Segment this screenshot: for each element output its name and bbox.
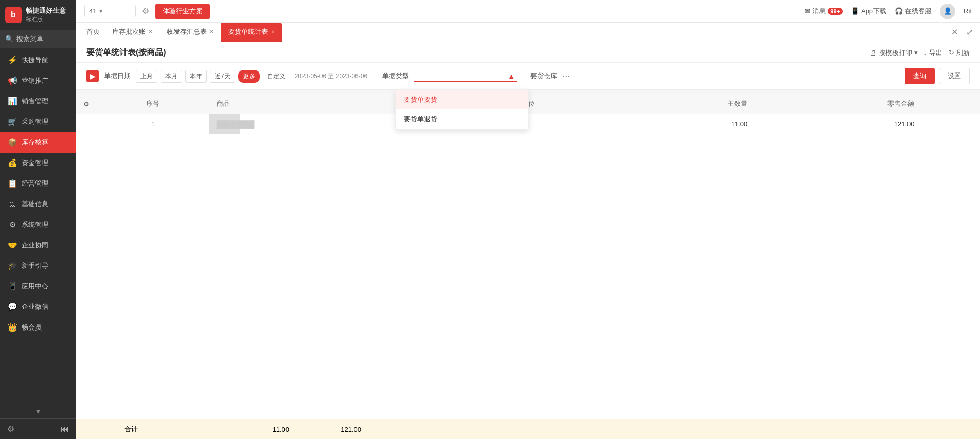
sidebar-item-purchase[interactable]: 🛒采购管理 [0, 112, 76, 132]
batch-tab-close[interactable]: × [149, 28, 152, 35]
trial-btn[interactable]: 体验行业方案 [155, 4, 210, 19]
sidebar-item-system[interactable]: ⚙系统管理 [0, 214, 76, 235]
print-icon: 🖨 [870, 49, 877, 57]
sidebar-item-onboarding[interactable]: 🎓新手引导 [0, 255, 76, 276]
col-settings-header[interactable]: ⚙ [76, 94, 97, 114]
sidebar-item-quick-nav[interactable]: ⚡快捷导航 [0, 50, 76, 70]
sidebar-item-member[interactable]: 👑畅会员 [0, 317, 76, 338]
type-filter-input[interactable] [414, 71, 517, 82]
app-logo-icon: b [5, 7, 22, 23]
sidebar-item-basic-info[interactable]: 🗂基础信息 [0, 194, 76, 214]
phone-icon: 📱 [851, 7, 859, 15]
print-btn[interactable]: 🖨 按模板打印 ▾ [870, 48, 918, 58]
type-filter-arrow-icon[interactable]: ▲ [508, 72, 515, 80]
sidebar-item-inventory[interactable]: 📦库存核算 [0, 132, 76, 153]
page-header-actions: 🖨 按模板打印 ▾ ↓ 导出 ↻ 刷新 [870, 48, 970, 58]
sidebar-footer: ⚙ ⏮ [0, 418, 76, 439]
sidebar-item-label-finance: 资金管理 [22, 158, 48, 168]
dropdown-item-return[interactable]: 要货单退货 [396, 109, 528, 129]
date-range-display: 2023-05-06 至 2023-06-06 [295, 72, 367, 81]
col-extra-header [921, 94, 980, 114]
system-icon: ⚙ [7, 220, 17, 230]
sidebar-item-app-center[interactable]: 📱应用中心 [0, 276, 76, 297]
more-dates-btn[interactable]: 更多 [238, 70, 260, 83]
batch-tab-label: 库存批次账 [112, 27, 146, 36]
filter-expand-btn[interactable]: ▶ [86, 70, 99, 82]
sidebar-search-label: 搜索菜单 [16, 34, 43, 44]
service-label: 在线客服 [905, 7, 932, 16]
footer-total-label: 合计 [124, 425, 227, 434]
query-btn[interactable]: 查询 [905, 68, 935, 84]
quick-nav-icon: ⚡ [7, 55, 17, 65]
row-amount: 121.00 [755, 114, 921, 134]
sidebar-item-cooperation[interactable]: 🤝企业协同 [0, 235, 76, 255]
custom-date-btn[interactable]: 自定义 [263, 70, 290, 82]
company-selector-text: 41 [89, 7, 96, 15]
page-content: 要货单统计表(按商品) 🖨 按模板打印 ▾ ↓ 导出 ↻ 刷新 ▶ [76, 42, 980, 439]
type-filter-label: 单据类型 [382, 71, 409, 81]
sidebar-search[interactable]: 🔍 搜索菜单 [0, 30, 76, 48]
tab-receive[interactable]: 收发存汇总表 × [159, 23, 221, 42]
sidebar-item-label-quick-nav: 快捷导航 [22, 56, 48, 65]
settings-icon[interactable]: ⚙ [7, 424, 14, 434]
print-chevron-icon: ▾ [914, 49, 918, 57]
message-btn[interactable]: ✉ 消息 99+ [805, 7, 843, 16]
collapse-icon[interactable]: ⏮ [61, 425, 69, 434]
col-goods-header: 商品 [209, 94, 421, 114]
order-stats-tab-close[interactable]: × [271, 28, 275, 35]
sidebar-item-marketing[interactable]: 📢营销推广 [0, 70, 76, 91]
operations-icon: 📋 [7, 178, 17, 189]
last-7-days-btn[interactable]: 近7天 [210, 70, 235, 83]
headset-icon: 🎧 [895, 7, 903, 15]
sidebar-item-operations[interactable]: 📋经营管理 [0, 173, 76, 194]
last-month-btn[interactable]: 上月 [136, 70, 157, 83]
sidebar-scroll-down[interactable]: ▼ [0, 405, 76, 418]
message-icon: ✉ [805, 7, 810, 15]
row-goods: ████████ [209, 114, 421, 134]
row-qty: 11.00 [615, 114, 755, 134]
this-month-btn[interactable]: 本月 [161, 70, 182, 83]
username-label[interactable]: Rit [964, 7, 972, 15]
topbar-gear-icon[interactable]: ⚙ [142, 6, 149, 16]
online-service-btn[interactable]: 🎧 在线客服 [895, 7, 932, 16]
app-version: 标准版 [26, 15, 66, 23]
company-selector[interactable]: 41 ▾ [84, 5, 136, 17]
sidebar-item-label-operations: 经营管理 [22, 179, 48, 188]
row-check[interactable] [76, 114, 97, 134]
sales-icon: 📊 [7, 96, 17, 106]
sidebar-item-label-app-center: 应用中心 [22, 282, 48, 291]
app-download-btn[interactable]: 📱 App下载 [851, 7, 886, 16]
tabs-bar: 首页 库存批次账 × 收发存汇总表 × 要货单统计表 × ✕ ⤢ [76, 23, 980, 42]
page-header: 要货单统计表(按商品) 🖨 按模板打印 ▾ ↓ 导出 ↻ 刷新 [76, 42, 980, 63]
sidebar-item-sales[interactable]: 📊销售管理 [0, 91, 76, 112]
app-download-label: App下载 [861, 7, 886, 16]
cooperation-icon: 🤝 [7, 240, 17, 250]
tab-batch[interactable]: 库存批次账 × [105, 23, 159, 42]
sidebar-item-label-basic-info: 基础信息 [22, 199, 48, 209]
receive-tab-close[interactable]: × [210, 28, 213, 35]
tabs-controls: ✕ ⤢ [949, 26, 975, 38]
refresh-btn[interactable]: ↻ 刷新 [949, 48, 970, 58]
tab-order-stats[interactable]: 要货单统计表 × [221, 23, 282, 42]
sidebar-item-label-enterprise-wechat: 企业微信 [22, 302, 48, 312]
warehouse-filter-label: 要货仓库 [530, 71, 557, 81]
search-icon: 🔍 [5, 35, 13, 43]
close-all-tabs-icon[interactable]: ✕ [949, 26, 960, 38]
sidebar-nav: ⚡快捷导航📢营销推广📊销售管理🛒采购管理📦库存核算💰资金管理📋经营管理🗂基础信息… [0, 48, 76, 405]
filter-action-btns: 查询 设置 [905, 68, 970, 84]
order-stats-tab-label: 要货单统计表 [228, 27, 268, 36]
message-label: 消息 [812, 7, 826, 16]
this-year-btn[interactable]: 本年 [185, 70, 207, 83]
export-btn[interactable]: ↓ 导出 [924, 48, 943, 58]
col-amount-header: 零售金额 [755, 94, 921, 114]
dropdown-item-purchase[interactable]: 要货单要货 [396, 90, 528, 109]
sidebar-item-finance[interactable]: 💰资金管理 [0, 153, 76, 173]
expand-tabs-icon[interactable]: ⤢ [964, 26, 975, 38]
topbar-right: ✉ 消息 99+ 📱 App下载 🎧 在线客服 👤 Rit [805, 4, 972, 19]
warehouse-filter-dots[interactable]: ··· [562, 71, 570, 82]
avatar[interactable]: 👤 [940, 4, 955, 19]
sidebar-item-enterprise-wechat[interactable]: 💬企业微信 [0, 297, 76, 317]
tab-home[interactable]: 首页 [81, 23, 105, 42]
settings-btn[interactable]: 设置 [939, 68, 970, 84]
row-extra [921, 114, 980, 134]
